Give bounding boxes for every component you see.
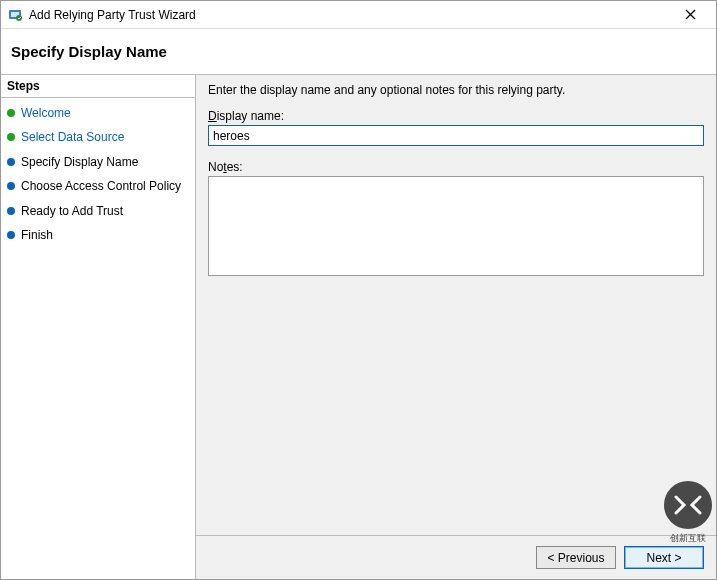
next-button[interactable]: Next > [624,546,704,569]
step-label: Choose Access Control Policy [21,179,181,193]
step-bullet-icon [7,109,15,117]
notes-label: Notes: [208,160,704,174]
step-welcome[interactable]: Welcome [7,106,189,120]
step-label: Finish [21,228,53,242]
step-bullet-icon [7,182,15,190]
window-title: Add Relying Party Trust Wizard [29,8,670,22]
step-label: Select Data Source [21,130,124,144]
page-title: Specify Display Name [11,43,706,60]
step-bullet-icon [7,207,15,215]
notes-textarea[interactable] [208,176,704,276]
steps-heading: Steps [1,75,195,98]
page-header: Specify Display Name [1,29,716,75]
display-name-label: Display name: [208,109,704,123]
close-icon[interactable] [670,2,710,28]
step-bullet-icon [7,231,15,239]
step-ready-to-add-trust: Ready to Add Trust [7,204,189,218]
steps-list: Welcome Select Data Source Specify Displ… [1,98,195,258]
step-select-data-source[interactable]: Select Data Source [7,130,189,144]
step-bullet-icon [7,158,15,166]
app-icon [7,7,23,23]
wizard-window: Add Relying Party Trust Wizard Specify D… [0,0,717,580]
instruction-text: Enter the display name and any optional … [208,83,704,97]
titlebar: Add Relying Party Trust Wizard [1,1,716,29]
step-finish: Finish [7,228,189,242]
step-specify-display-name: Specify Display Name [7,155,189,169]
svg-point-2 [16,15,22,21]
display-name-input[interactable] [208,125,704,146]
step-bullet-icon [7,133,15,141]
wizard-body: Steps Welcome Select Data Source Specify… [1,75,716,579]
steps-sidebar: Steps Welcome Select Data Source Specify… [1,75,196,579]
step-label: Welcome [21,106,71,120]
step-label: Ready to Add Trust [21,204,123,218]
previous-button[interactable]: < Previous [536,546,616,569]
step-label: Specify Display Name [21,155,138,169]
wizard-footer: < Previous Next > [196,535,716,579]
content-pane: Enter the display name and any optional … [196,75,716,579]
step-choose-access-control-policy: Choose Access Control Policy [7,179,189,193]
